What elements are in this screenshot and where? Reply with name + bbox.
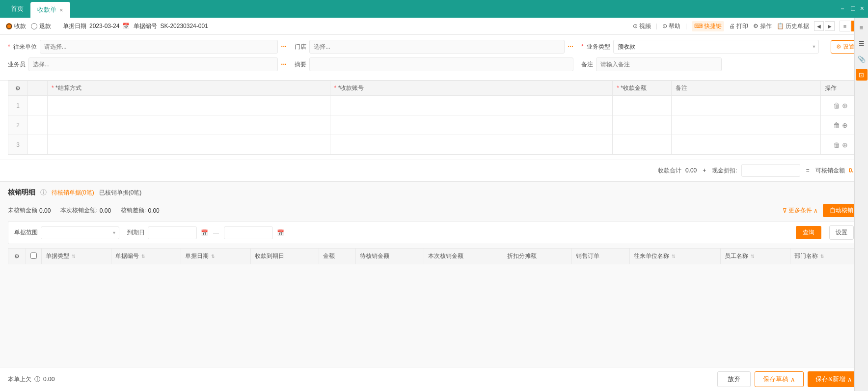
this-reconcile-stat: 本次核销金额: 0.00	[60, 206, 111, 215]
employee-sort-icon[interactable]: ⇅	[751, 254, 755, 259]
doc-limit-info-icon[interactable]: ⓘ	[34, 375, 40, 384]
row-1-amount[interactable]	[613, 96, 672, 115]
history-button[interactable]: 📋 历史单据	[777, 22, 809, 30]
save-draft-button[interactable]: 保存草稿 ∧	[755, 371, 804, 387]
bottom-check-col	[26, 249, 42, 264]
row-1-account[interactable]	[330, 96, 613, 115]
date-to-calendar-icon[interactable]: 📅	[277, 229, 284, 236]
operate-button[interactable]: ⚙ 操作	[753, 22, 772, 30]
date-from-calendar-icon[interactable]: 📅	[201, 229, 208, 236]
store-input[interactable]	[309, 40, 565, 54]
row-3-settlement[interactable]	[48, 135, 330, 155]
counterparty-label: 往来单位	[13, 43, 37, 51]
this-reconcile-value: 0.00	[100, 207, 111, 214]
window-maximize-button[interactable]: □	[851, 4, 855, 13]
row-3-note[interactable]	[672, 135, 821, 155]
doc-num-sort-icon[interactable]: ⇅	[141, 254, 145, 259]
row-1-delete-button[interactable]: 🗑	[833, 102, 840, 110]
row-1-copy-button[interactable]: ⊕	[842, 102, 848, 110]
save-new-button[interactable]: 保存&新增 ∧	[808, 371, 860, 387]
close-tab-button[interactable]: ×	[59, 6, 63, 14]
help-button[interactable]: ⊙ 帮助	[662, 22, 680, 30]
remark-input[interactable]	[596, 57, 722, 71]
shoukuan-radio[interactable]: 收款	[6, 22, 26, 30]
unreconciled-value: 0.00	[39, 207, 51, 214]
more-conditions-label: 更多条件	[788, 206, 812, 215]
window-close-button[interactable]: ×	[860, 4, 864, 13]
doc-type-sort-icon[interactable]: ⇅	[72, 254, 76, 259]
main-table-section: ⚙ * *结算方式 * *收款账号 * *收款金额 备注	[0, 81, 868, 160]
row-2-amount[interactable]	[613, 115, 672, 135]
discount-input[interactable]	[741, 164, 800, 177]
more-conditions-button[interactable]: ⊽ 更多条件 ∧	[783, 206, 818, 215]
select-all-checkbox[interactable]	[30, 252, 37, 259]
pending-tab[interactable]: 待核销单据(0笔)	[52, 189, 94, 197]
home-tab[interactable]: 首页	[4, 0, 30, 18]
row-num-header	[28, 81, 48, 96]
tuikuan-radio-input[interactable]	[31, 23, 37, 29]
shoukuan-radio-input[interactable]	[6, 23, 12, 29]
list-view-button[interactable]: ≡	[840, 21, 850, 31]
counterparty-input[interactable]	[40, 40, 278, 54]
next-arrow[interactable]: ▶	[825, 21, 835, 31]
row-2-copy-button[interactable]: ⊕	[842, 121, 848, 129]
window-minimize-button[interactable]: －	[839, 4, 846, 13]
window-controls: － □ ×	[839, 4, 864, 13]
row-3-amount[interactable]	[613, 135, 672, 155]
video-button[interactable]: ⊙ 视频	[633, 22, 651, 30]
save-new-label: 保存&新增	[815, 375, 845, 384]
row-1-note[interactable]	[672, 96, 821, 115]
form-row-2: 业务员 ··· 摘要 备注 ⚙	[8, 57, 860, 71]
counterparty-sort-icon[interactable]: ⇅	[672, 254, 676, 259]
business-type-select[interactable]: 预收款	[613, 40, 819, 54]
completed-tab[interactable]: 已核销单据(0笔)	[99, 189, 142, 197]
row-1-num2	[28, 96, 48, 115]
query-button[interactable]: 查询	[796, 226, 821, 239]
department-sort-icon[interactable]: ⇅	[820, 254, 824, 259]
doc-num-col-header: 单据编号 ⇅	[111, 249, 181, 264]
right-panel-btn-1[interactable]: ≡	[856, 22, 868, 33]
action-buttons: 放弃 保存草稿 ∧ 保存&新增 ∧	[717, 371, 860, 387]
table-row: 2 🗑 ⊕	[8, 115, 860, 135]
prev-arrow[interactable]: ◀	[814, 21, 824, 31]
store-ellipsis-button[interactable]: ···	[568, 43, 573, 51]
discard-button[interactable]: 放弃	[717, 371, 751, 387]
date-calendar-icon[interactable]: 📅	[122, 23, 130, 29]
print-button[interactable]: 🖨 打印	[729, 22, 748, 30]
row-2-note[interactable]	[672, 115, 821, 135]
store-label: 门店	[295, 43, 306, 51]
doc-limit-label: 本单上欠	[8, 375, 31, 384]
salesperson-input[interactable]	[28, 57, 278, 71]
reconcile-info-icon[interactable]: ⓘ	[40, 188, 47, 197]
filter-range-select[interactable]	[41, 226, 119, 239]
summary-input[interactable]	[309, 57, 573, 71]
summary-label: 摘要	[295, 60, 306, 69]
table-settings-header[interactable]: ⚙	[8, 81, 28, 96]
filter-date-from[interactable]: 2022-04-01	[148, 226, 197, 239]
row-1-settlement[interactable]	[48, 96, 330, 115]
reconcile-header: 核销明细 ⓘ 待核销单据(0笔) 已核销单据(0笔)	[8, 188, 860, 197]
counterparty-ellipsis-button[interactable]: ···	[281, 43, 287, 51]
active-tab[interactable]: 收款单 ×	[30, 2, 70, 18]
row-2-account[interactable]	[330, 115, 613, 135]
row-2-delete-button[interactable]: 🗑	[833, 121, 840, 129]
doc-date-sort-icon[interactable]: ⇅	[211, 254, 215, 259]
tuikuan-radio[interactable]: 退款	[31, 22, 51, 30]
shortcut-button[interactable]: ⌨ 快捷键	[692, 21, 724, 31]
business-type-required-mark: *	[581, 43, 584, 50]
row-3-copy-button[interactable]: ⊕	[842, 141, 848, 149]
filter-date-to[interactable]: 2022-04-12	[224, 226, 273, 239]
right-panel-btn-2[interactable]: ☰	[856, 37, 868, 49]
row-3-account[interactable]	[330, 135, 613, 155]
salesperson-ellipsis-button[interactable]: ···	[281, 60, 287, 68]
bottom-settings-col[interactable]: ⚙	[8, 249, 26, 264]
row-2-settlement[interactable]	[48, 115, 330, 135]
right-panel-btn-3[interactable]: 📎	[856, 53, 868, 65]
save-draft-arrow-icon: ∧	[790, 376, 795, 383]
row-3-delete-button[interactable]: 🗑	[833, 141, 840, 149]
right-panel-btn-4[interactable]: ⊡	[856, 69, 868, 81]
reconcile-stats: 未核销金额 0.00 本次核销金额: 0.00 核销差额: 0.00 ⊽ 更多条…	[8, 201, 860, 221]
row-3-num: 3	[8, 135, 28, 155]
reconcile-settings-button[interactable]: 设置	[829, 225, 854, 240]
form-section: * 往来单位 ··· 门店 ··· * 业务类型 预收款 ···	[0, 35, 868, 81]
